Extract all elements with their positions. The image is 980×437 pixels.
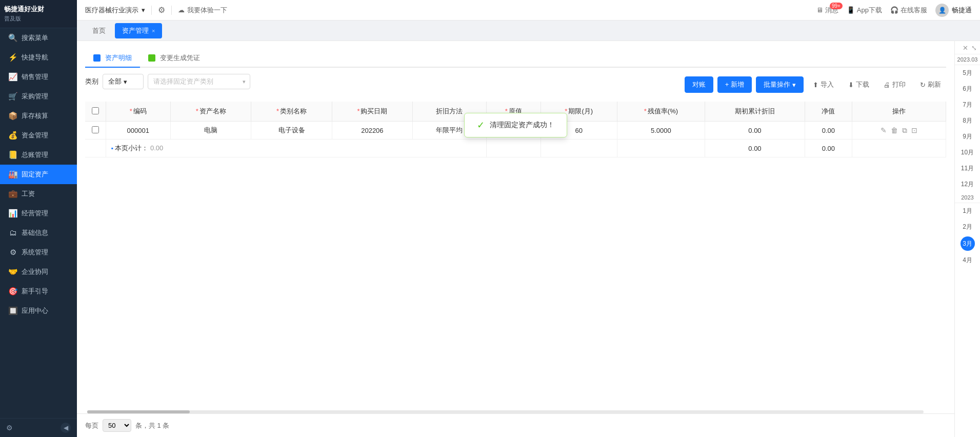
refresh-button[interactable]: ↻ 刷新 <box>915 77 946 92</box>
print-button[interactable]: 🖨 打印 <box>878 77 911 92</box>
right-panel-month[interactable]: 4月 <box>955 252 980 268</box>
sidebar-item-app-center[interactable]: 🔲应用中心 <box>0 301 77 321</box>
right-panel-current-month[interactable]: 3月 <box>961 236 975 251</box>
message-badge: 99+ <box>830 3 843 9</box>
sidebar-item-label: 搜索菜单 <box>22 33 48 43</box>
system-icon: ⚙ <box>8 248 17 257</box>
delete-icon[interactable]: 🗑 <box>891 126 898 134</box>
success-toast: ✓ 清理固定资产成功！ <box>464 113 567 137</box>
sidebar-item-inventory[interactable]: 📦库存核算 <box>0 106 77 126</box>
reconcile-button[interactable]: 对账 <box>685 76 713 93</box>
enterprise-icon: 🤝 <box>8 267 17 276</box>
online-service-button[interactable]: 🎧 在线客服 <box>890 6 927 15</box>
toolbar-right: 对账 + 新增 批量操作 ▾ ⬆ 导入 ⬇ 下载 <box>685 76 946 93</box>
quick-nav-icon: ⚡ <box>8 53 17 62</box>
sidebar-item-payroll[interactable]: 💼工资 <box>0 184 77 204</box>
purchase-icon: 🛒 <box>8 92 17 101</box>
td-subtotal-initial: 0.00 <box>705 140 805 157</box>
messages-button[interactable]: 🖥 消息 99+ <box>816 6 838 15</box>
sidebar-item-label: 基础信息 <box>22 228 48 237</box>
batch-ops-dropdown-icon: ▾ <box>792 81 796 89</box>
sidebar-item-ledger[interactable]: 📒总账管理 <box>0 145 77 165</box>
td-subtotal-rate <box>617 140 705 157</box>
td-code: 000001 <box>106 122 171 140</box>
batch-ops-button[interactable]: 批量操作 ▾ <box>756 76 804 93</box>
sidebar-item-label: 总账管理 <box>22 150 48 160</box>
download-icon: ⬇ <box>848 81 854 89</box>
copy-icon[interactable]: ⧉ <box>902 126 907 135</box>
content-inner: 资产明细 变更生成凭证 类别 全部 ▾ <box>77 41 954 437</box>
sidebar-item-new-guide[interactable]: 🎯新手引导 <box>0 282 77 301</box>
right-panel-year: 2023.03 <box>955 54 980 65</box>
ledger-icon: 📒 <box>8 150 17 160</box>
app-download-button[interactable]: 📱 App下载 <box>847 6 882 15</box>
sub-tab-change-voucher[interactable]: 变更生成凭证 <box>140 49 208 68</box>
right-panel-month[interactable]: 7月 <box>955 97 980 113</box>
sub-tab-asset-detail[interactable]: 资产明细 <box>85 49 140 68</box>
new-button[interactable]: + 新增 <box>717 76 752 93</box>
td-subtotal-period <box>541 140 617 157</box>
sidebar-item-system[interactable]: ⚙系统管理 <box>0 243 77 262</box>
category-select-value[interactable]: 请选择固定资产类别 ▾ <box>148 74 250 89</box>
sidebar-item-fixed-assets[interactable]: 🏭固定资产 <box>0 165 77 184</box>
right-panel-month[interactable]: 2月 <box>955 219 980 235</box>
fixed-assets-icon: 🏭 <box>8 170 17 179</box>
sidebar-item-label: 库存核算 <box>22 111 48 121</box>
sidebar-item-label: 企业协同 <box>22 267 48 276</box>
right-panel-month[interactable]: 9月 <box>955 129 980 145</box>
search-icon: 🔍 <box>8 33 17 43</box>
settings-icon[interactable]: ⚙ <box>6 424 13 432</box>
right-panel-month[interactable]: 11月 <box>955 161 980 176</box>
select-all-checkbox[interactable] <box>92 107 99 114</box>
tab-asset-management[interactable]: 资产管理 × <box>115 23 162 38</box>
user-menu[interactable]: 👤 畅捷通 <box>935 4 972 17</box>
row-checkbox[interactable] <box>92 126 99 133</box>
right-panel-month[interactable]: 6月 <box>955 81 980 97</box>
right-panel-month[interactable]: 8月 <box>955 113 980 129</box>
sidebar-item-search[interactable]: 🔍搜索菜单 <box>0 28 77 48</box>
td-subtotal-orig <box>486 140 541 157</box>
right-panel-month[interactable]: 1月 <box>955 203 980 219</box>
per-page-select[interactable]: 50 100 <box>103 419 131 432</box>
mobile-icon: 📱 <box>847 6 855 14</box>
tab-close-icon[interactable]: × <box>152 28 155 34</box>
experience-button[interactable]: ☁ 我要体验一下 <box>178 6 227 15</box>
sidebar-item-finance[interactable]: 💰资金管理 <box>0 126 77 145</box>
download-button[interactable]: ⬇ 下载 <box>843 77 874 92</box>
more-icon[interactable]: ⊡ <box>911 126 917 134</box>
sidebar-item-purchase[interactable]: 🛒采购管理 <box>0 87 77 106</box>
topbar-settings-icon[interactable]: ⚙ <box>158 5 165 15</box>
sidebar-collapse-button[interactable]: ◀ <box>61 423 71 433</box>
content-main: 资产明细 变更生成凭证 类别 全部 ▾ <box>77 41 954 437</box>
td-subtotal-ops <box>852 140 946 157</box>
sidebar-footer: ⚙ ◀ <box>0 418 77 437</box>
sidebar-item-enterprise[interactable]: 🤝企业协同 <box>0 262 77 282</box>
total-count: 条，共 1 条 <box>135 421 169 430</box>
company-selector[interactable]: 医疗器械行业演示 ▾ <box>85 6 145 15</box>
print-icon: 🖨 <box>884 81 890 89</box>
toast-message: 清理固定资产成功！ <box>490 121 554 130</box>
right-panel-expand-icon[interactable]: ⤡ <box>971 44 977 52</box>
tab-home[interactable]: 首页 <box>85 23 113 38</box>
right-panel-month[interactable]: 5月 <box>955 65 980 81</box>
import-button[interactable]: ⬆ 导入 <box>808 77 839 92</box>
edit-icon[interactable]: ✎ <box>881 126 887 134</box>
td-initial-depreciation: 0.00 <box>705 122 805 140</box>
company-name: 医疗器械行业演示 <box>85 6 138 15</box>
page-tabs: 首页 资产管理 × <box>77 21 980 41</box>
right-panel-month[interactable]: 12月 <box>955 176 980 192</box>
sidebar-item-label: 系统管理 <box>22 248 48 257</box>
cloud-icon: ☁ <box>178 6 185 14</box>
sidebar-item-basic-info[interactable]: 🗂基础信息 <box>0 223 77 243</box>
sidebar-item-sales[interactable]: 📈销售管理 <box>0 67 77 87</box>
td-subtotal-empty <box>85 140 106 157</box>
right-panel-close-icon[interactable]: ✕ <box>963 44 968 52</box>
sidebar-item-quick-nav[interactable]: ⚡快捷导航 <box>0 48 77 67</box>
sidebar-item-ops-mgmt[interactable]: 📊经营管理 <box>0 204 77 223</box>
td-subtotal-label: ▪ 本页小计： 0.00 <box>106 140 486 157</box>
td-operations: ✎ 🗑 ⧉ ⊡ <box>852 122 946 140</box>
right-panel-month[interactable]: 10月 <box>955 145 980 161</box>
category-select-type[interactable]: 全部 ▾ <box>103 74 144 89</box>
td-subtotal-net: 0.00 <box>805 140 852 157</box>
th-checkbox <box>85 102 106 122</box>
